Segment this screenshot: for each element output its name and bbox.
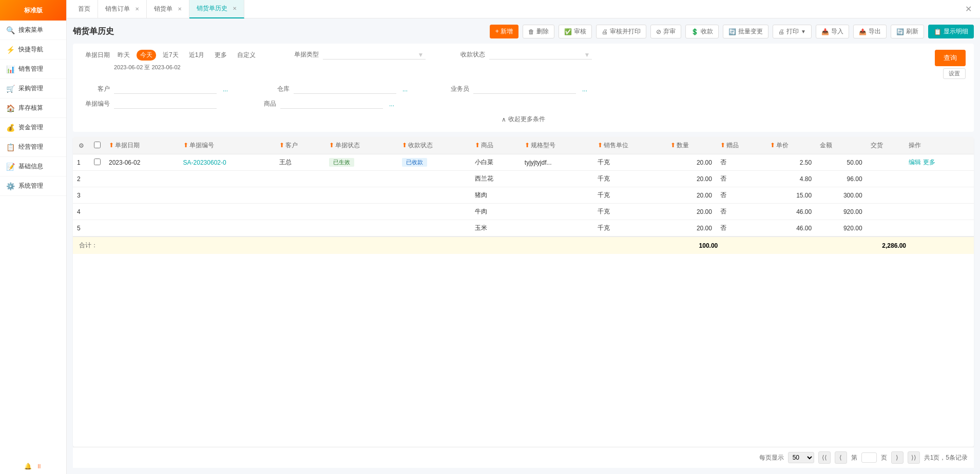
page-prev-button[interactable]: ⟨ (835, 451, 847, 464)
cell-goods: 猪肉 (471, 187, 521, 204)
status-input[interactable] (489, 50, 592, 60)
cell-customer: 王总 (275, 154, 325, 171)
th-spec[interactable]: ⬆规格型号 (521, 137, 593, 154)
salesperson-input[interactable] (473, 84, 576, 94)
customer-ellipsis[interactable]: ... (221, 85, 230, 94)
th-gift[interactable]: ⬆赠品 (716, 137, 766, 154)
cell-amount: 50.00 (816, 154, 866, 171)
batch-change-button[interactable]: 🔄 批量变更 (723, 25, 768, 38)
filter-actions: 查询 设置 (935, 50, 966, 79)
action-link-1[interactable]: 更多 (923, 159, 935, 166)
tab-sales-order-close[interactable]: ✕ (135, 6, 139, 12)
th-qty[interactable]: ⬆数量 (666, 137, 716, 154)
tab-sales-goods-close[interactable]: ✕ (178, 6, 182, 12)
audit-button[interactable]: ✅ 审核 (559, 25, 592, 38)
sidebar-bottom-icon1[interactable]: 🔔 (24, 463, 32, 470)
cell-transaction (867, 204, 905, 220)
th-pay-status[interactable]: ⬆收款状态 (398, 137, 471, 154)
sort-icon: ⬆ (329, 142, 334, 149)
settings-icon[interactable]: ⚙ (79, 142, 84, 149)
cell-doc-no (179, 220, 275, 236)
th-goods[interactable]: ⬆商品 (471, 137, 521, 154)
date-btn-more[interactable]: 更多 (211, 50, 230, 61)
abandon-button[interactable]: ⊘ 弃审 (650, 25, 681, 38)
goods-ellipsis[interactable]: ... (387, 100, 396, 109)
per-page-select[interactable]: 50 100 200 (788, 452, 814, 463)
customer-label: 客户 (81, 85, 110, 93)
date-btn-yesterday[interactable]: 昨天 (114, 50, 133, 61)
tab-sales-history-close[interactable]: ✕ (233, 6, 237, 11)
capital-mgmt-icon: 💰 (6, 124, 14, 132)
sidebar-bottom-icon2[interactable]: ⏸ (36, 463, 42, 470)
type-dropdown-icon: ▼ (417, 51, 424, 58)
sidebar-item-quick-nav[interactable]: ⚡ 快捷导航 (0, 40, 66, 60)
th-settings[interactable]: ⚙ (73, 137, 89, 154)
export-button[interactable]: 📤 导出 (853, 25, 887, 38)
warehouse-ellipsis[interactable]: ... (400, 85, 410, 94)
new-button[interactable]: + 新增 (490, 25, 518, 38)
date-btn-today[interactable]: 今天 (137, 50, 156, 61)
customer-input[interactable] (114, 84, 217, 94)
date-btn-7days[interactable]: 近7天 (159, 50, 182, 61)
query-button[interactable]: 查询 (935, 50, 966, 66)
cell-doc-status (325, 187, 398, 204)
action-link-0[interactable]: 编辑 (909, 159, 921, 166)
sort-icon: ⬆ (525, 142, 530, 149)
select-all-checkbox[interactable] (94, 142, 101, 148)
sort-icon: ⬆ (402, 142, 407, 149)
sidebar-item-capital-mgmt[interactable]: 💰 资金管理 (0, 118, 66, 137)
sidebar-item-sales-mgmt[interactable]: 📊 销售管理 (0, 60, 66, 79)
brand-logo: 标准版 (0, 0, 66, 21)
show-detail-button[interactable]: 📋 显示明细 (928, 25, 974, 38)
page-number-input[interactable]: 1 (861, 452, 877, 463)
sidebar-item-purchase-mgmt[interactable]: 🛒 采购管理 (0, 79, 66, 98)
sidebar-item-system-mgmt[interactable]: ⚙️ 系统管理 (0, 176, 66, 196)
th-customer[interactable]: ⬆客户 (275, 137, 325, 154)
warehouse-input[interactable] (294, 84, 396, 94)
tab-sales-history[interactable]: 销货单历史 ✕ (189, 0, 244, 18)
refresh-button[interactable]: 🔄 刷新 (891, 25, 924, 38)
salesperson-ellipsis[interactable]: ... (580, 85, 589, 94)
collect-button[interactable]: 💲 收款 (685, 25, 719, 38)
cell-date: 2023-06-02 (105, 154, 179, 171)
tab-home[interactable]: 首页 (71, 0, 98, 18)
date-btn-1month[interactable]: 近1月 (185, 50, 208, 61)
goods-input[interactable] (280, 99, 383, 109)
date-btn-custom[interactable]: 自定义 (234, 50, 259, 61)
sidebar-item-label: 库存核算 (18, 104, 43, 112)
th-price[interactable]: ⬆单价 (766, 137, 816, 154)
sidebar-item-inventory[interactable]: 🏠 库存核算 (0, 98, 66, 118)
tab-sales-order[interactable]: 销售订单 ✕ (98, 0, 147, 18)
sidebar-item-basic-info[interactable]: 📝 基础信息 (0, 157, 66, 176)
audit-print-button[interactable]: 🖨 审核并打印 (596, 25, 646, 38)
type-input[interactable] (323, 50, 426, 60)
import-button[interactable]: 📥 导入 (816, 25, 849, 38)
collapse-button[interactable]: ∧ 收起更多条件 (81, 113, 966, 126)
cell-customer (275, 204, 325, 220)
cell-doc-no (179, 171, 275, 187)
page-first-button[interactable]: ⟨⟨ (818, 451, 831, 464)
print-button[interactable]: 🖨 打印 ▼ (773, 25, 812, 38)
th-transaction: 交货 (867, 137, 905, 154)
cell-settings: 2 (73, 171, 89, 187)
delete-button[interactable]: 🗑 删除 (523, 25, 554, 38)
th-date[interactable]: ⬆单据日期 (105, 137, 179, 154)
sidebar-item-operation-mgmt[interactable]: 📋 经营管理 (0, 137, 66, 157)
row-checkbox[interactable] (94, 159, 101, 165)
sort-icon: ⬆ (770, 142, 775, 149)
cell-price: 46.00 (766, 220, 816, 236)
status-label: 收款状态 (456, 50, 485, 59)
page-last-button[interactable]: ⟩⟩ (908, 451, 920, 464)
sidebar-item-search-menu[interactable]: 🔍 搜索菜单 (0, 21, 66, 40)
th-doc-status[interactable]: ⬆单据状态 (325, 137, 398, 154)
doc-no-input[interactable] (114, 99, 217, 109)
setting-button[interactable]: 设置 (943, 68, 966, 79)
tab-sales-goods[interactable]: 销货单 ✕ (147, 0, 189, 18)
table-header-row: ⚙ ⬆单据日期 ⬆单据编号 ⬆客户 ⬆单据状态 ⬆收款状态 ⬆商品 ⬆规格型号 … (73, 137, 974, 154)
cell-price: 4.80 (766, 171, 816, 187)
th-doc-no[interactable]: ⬆单据编号 (179, 137, 275, 154)
th-unit[interactable]: ⬆销售单位 (593, 137, 666, 154)
table-footer: 合计： 100.00 2,286.00 (73, 236, 974, 254)
tab-close-all[interactable]: ✕ (961, 4, 976, 14)
page-next-button[interactable]: ⟩ (891, 451, 904, 464)
